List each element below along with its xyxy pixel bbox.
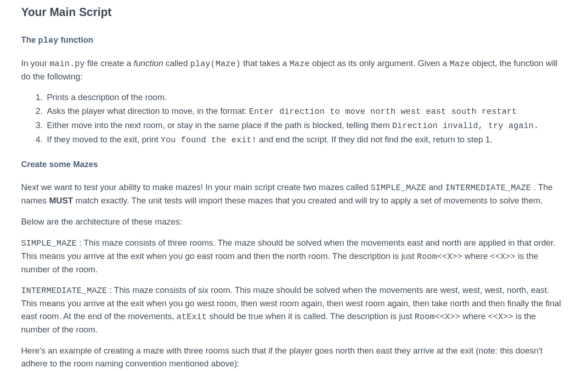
- text-run: In your: [21, 58, 50, 68]
- text-run: and: [426, 182, 445, 192]
- text-run: where: [462, 251, 490, 261]
- code-x: <<X>>: [490, 252, 515, 261]
- code-play: play(Maze): [190, 59, 241, 68]
- text-run: file create a: [85, 58, 134, 68]
- code-maze: Maze: [289, 59, 310, 68]
- code-intermediate-maze: INTERMEDIATE_MAZE: [21, 286, 107, 295]
- intro-paragraph: In your main.py file create a function c…: [21, 57, 567, 83]
- mazes-intro-paragraph: Next we want to test your ability to mak…: [21, 181, 567, 207]
- code-x: <<X>>: [488, 312, 513, 321]
- code-atexit: atExit: [176, 312, 207, 321]
- text-run: called: [163, 58, 190, 68]
- text-run: match exactly. The unit tests will impor…: [73, 196, 543, 205]
- code-simple-maze: SIMPLE_MAZE: [21, 239, 77, 248]
- code-found-exit: You found the exit!: [161, 135, 257, 145]
- code-intermediate-maze: INTERMEDIATE_MAZE: [445, 183, 531, 192]
- list-item: Asks the player what direction to move, …: [45, 105, 567, 118]
- code-roomx: Room<<X>>: [417, 252, 462, 261]
- code-maze: Maze: [449, 59, 469, 68]
- simple-maze-paragraph: SIMPLE_MAZE : This maze consists of thre…: [21, 236, 567, 276]
- em-function: function: [134, 58, 164, 68]
- text-run: where: [460, 311, 488, 321]
- code-invalid: Direction invalid, try again.: [392, 121, 539, 130]
- text-run: Asks the player what direction to move, …: [47, 106, 249, 116]
- text-run: object as its only argument. Given a: [310, 58, 449, 68]
- text-run: Either move into the next room, or stay …: [47, 120, 392, 130]
- section-heading-play: The play function: [21, 34, 567, 47]
- code-play-word: play: [38, 36, 58, 45]
- text-run: should be true when it is called. The de…: [207, 311, 414, 321]
- steps-list: Prints a description of the room. Asks t…: [21, 91, 567, 146]
- strong-must: MUST: [49, 196, 73, 205]
- code-simple-maze: SIMPLE_MAZE: [371, 183, 426, 192]
- list-item: Prints a description of the room.: [45, 91, 567, 104]
- code-mainpy: main.py: [50, 59, 85, 68]
- text-run: that takes a: [241, 58, 289, 68]
- code-prompt: Enter direction to move north west east …: [249, 107, 517, 116]
- list-item: Either move into the next room, or stay …: [45, 119, 567, 132]
- section-heading-mazes: Create some Mazes: [21, 158, 567, 171]
- intermediate-maze-paragraph: INTERMEDIATE_MAZE : This maze consists o…: [21, 284, 567, 336]
- example-intro-paragraph: Here's an example of creating a maze wit…: [21, 344, 567, 370]
- page-title: Your Main Script: [21, 4, 567, 21]
- list-item: If they moved to the exit, print You fou…: [45, 133, 567, 146]
- text-run: and end the script. If they did not find…: [257, 135, 492, 144]
- text-run: If they moved to the exit, print: [47, 135, 161, 144]
- text-run: Next we want to test your ability to mak…: [21, 182, 371, 192]
- code-roomx: Room<<X>>: [414, 312, 460, 321]
- architecture-label: Below are the architecture of these maze…: [21, 215, 567, 228]
